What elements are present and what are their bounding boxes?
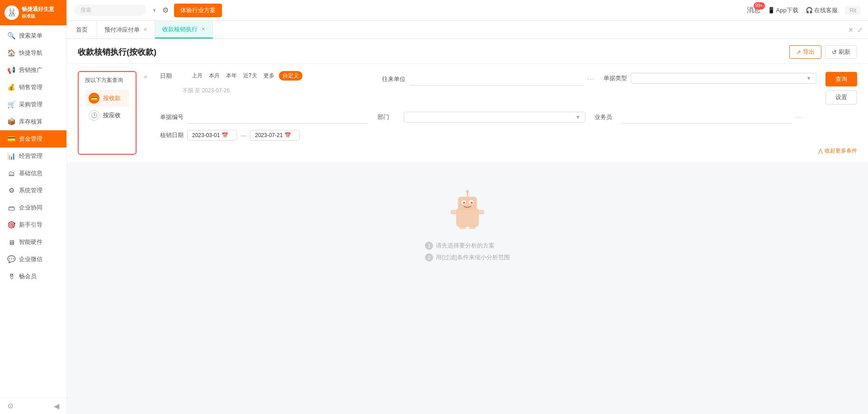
page-actions: ↗ 导出 ↺ 刷新 <box>789 45 857 59</box>
collapse-up-icon: ⋀ <box>818 148 823 154</box>
dept-select[interactable]: ▼ <box>404 112 586 123</box>
page-header: 收款核销执行(按收款) ↗ 导出 ↺ 刷新 <box>67 39 868 64</box>
tab-prepay-close[interactable]: ✕ <box>143 27 147 33</box>
filter-area: 按以下方案查询 💳 按收款 🕐 按应收 « <box>67 64 868 162</box>
svg-rect-8 <box>451 210 458 214</box>
doc-type-chevron: ▼ <box>806 75 811 81</box>
page-content: 收款核销执行(按收款) ↗ 导出 ↺ 刷新 按以下方案查询 💳 按收款 <box>67 39 868 414</box>
tab-collect-close[interactable]: ✕ <box>201 26 205 32</box>
empty-robot-illustration <box>445 189 490 234</box>
sales-icon: 💰 <box>7 83 15 91</box>
industry-btn[interactable]: 体验行业方案 <box>174 4 222 17</box>
doc-no-input[interactable] <box>187 111 368 124</box>
sidebar-item-quick-nav[interactable]: 🏠 快捷导航 <box>0 44 66 62</box>
corp-icon: 🗃 <box>7 204 15 212</box>
collapse-toggle[interactable]: « <box>144 71 153 155</box>
logo-text: 畅捷通好生意 标准版 <box>22 6 54 19</box>
refresh-btn[interactable]: ↺ 刷新 <box>825 45 857 59</box>
message-btn[interactable]: 消息 99+ <box>747 6 760 14</box>
sidebar-item-marketing[interactable]: 📢 营销推广 <box>0 62 66 79</box>
home-icon: 🏠 <box>7 49 15 57</box>
date-this-month[interactable]: 本月 <box>207 71 222 81</box>
sidebar-settings-icon[interactable]: ⚙ <box>7 402 14 410</box>
date-7days[interactable]: 近7天 <box>241 71 259 81</box>
filter-right-panel: 日期 上月 本月 本年 近7天 更多 自定义 不限 <box>160 71 857 155</box>
collapse-more-btn[interactable]: ⋀ 收起更多条件 <box>818 147 857 155</box>
svg-point-7 <box>466 190 469 193</box>
staff-ellipsis[interactable]: ··· <box>796 113 803 121</box>
topbar: 搜索 ▼ ⚙ 体验行业方案 消息 99+ 📱 App下载 🎧 在线客服 Rit <box>67 0 868 21</box>
date-no-limit: 不限 <box>183 87 193 94</box>
hint2-text: 用[过滤]条件来缩小分析范围 <box>436 253 509 262</box>
topbar-chevron-icon[interactable]: ▼ <box>152 8 157 13</box>
marketing-icon: 📢 <box>7 66 15 74</box>
sidebar-item-member[interactable]: 🎖 畅会员 <box>0 268 66 285</box>
system-icon: ⚙ <box>7 186 15 195</box>
sidebar-item-inventory[interactable]: 📦 库存核算 <box>0 113 66 130</box>
tabbar: 首页 预付冲应付单 ✕ 收款核销执行 ✕ ✕ ⤢ <box>67 21 868 39</box>
main-area: 搜索 ▼ ⚙ 体验行业方案 消息 99+ 📱 App下载 🎧 在线客服 Rit <box>67 0 868 414</box>
app-download-btn[interactable]: 📱 App下载 <box>768 6 798 14</box>
funds-icon: 💳 <box>7 135 15 143</box>
dept-label: 部门 <box>377 113 400 121</box>
wechat-icon: 💬 <box>7 255 15 263</box>
tab-prepay[interactable]: 预付冲应付单 ✕ <box>97 21 155 38</box>
filter-option-by-receipt[interactable]: 💳 按收款 <box>85 90 129 107</box>
sidebar-item-search[interactable]: 🔍 搜索菜单 <box>0 27 66 44</box>
user-menu[interactable]: Rit <box>845 6 861 15</box>
sidebar: 🐰 畅捷通好生意 标准版 🔍 搜索菜单 🏠 快捷导航 📢 营销推广 💰 销售管理… <box>0 0 67 414</box>
tab-right-controls: ✕ ⤢ <box>843 21 868 38</box>
member-icon: 🎖 <box>7 273 15 281</box>
staff-label: 业务员 <box>594 113 617 121</box>
export-btn[interactable]: ↗ 导出 <box>789 45 821 59</box>
app-icon: 📱 <box>768 7 775 14</box>
settings-btn[interactable]: 设置 <box>826 90 857 105</box>
purchase-icon: 🛒 <box>7 100 15 109</box>
query-btn[interactable]: 查询 <box>826 72 857 86</box>
basic-info-icon: 🗂 <box>7 170 15 177</box>
date-shortcuts: 上月 本月 本年 近7天 更多 自定义 <box>190 71 302 81</box>
receipt-icon: 💳 <box>89 93 99 104</box>
tab-collect[interactable]: 收款核销执行 ✕ <box>155 21 213 38</box>
query-buttons: 查询 设置 <box>826 71 857 105</box>
svg-rect-10 <box>459 225 466 229</box>
date-more[interactable]: 更多 <box>262 71 276 81</box>
partner-ellipsis[interactable]: ··· <box>587 75 594 83</box>
filter-panel-title: 按以下方案查询 <box>85 76 129 84</box>
online-service-btn[interactable]: 🎧 在线客服 <box>806 6 838 14</box>
svg-rect-0 <box>456 208 479 227</box>
sidebar-item-system[interactable]: ⚙ 系统管理 <box>0 182 66 199</box>
sidebar-item-corp[interactable]: 🗃 企业协同 <box>0 199 66 216</box>
sidebar-item-wechat[interactable]: 💬 企业微信 <box>0 251 66 268</box>
svg-point-4 <box>463 202 465 204</box>
doc-no-label: 单据编号 <box>160 113 184 121</box>
date-to-label: 至 2023-07-26 <box>195 87 230 94</box>
topbar-gear-icon[interactable]: ⚙ <box>162 6 169 14</box>
sidebar-item-funds[interactable]: 💳 资金管理 <box>0 130 66 148</box>
sidebar-nav: 🔍 搜索菜单 🏠 快捷导航 📢 营销推广 💰 销售管理 🛒 采购管理 📦 库存核… <box>0 25 66 398</box>
hardware-icon: 🖥 <box>7 238 15 246</box>
sidebar-item-operations[interactable]: 📊 经营管理 <box>0 148 66 165</box>
dept-chevron: ▼ <box>575 114 580 120</box>
tab-close-all-icon[interactable]: ✕ <box>848 26 854 33</box>
svg-rect-11 <box>469 225 476 229</box>
doc-type-select[interactable]: ▼ <box>631 73 816 84</box>
sidebar-item-guide[interactable]: 🎯 新手引导 <box>0 216 66 233</box>
tab-home[interactable]: 首页 <box>67 21 97 38</box>
date-last-month[interactable]: 上月 <box>190 71 204 81</box>
message-badge: 99+ <box>754 2 765 10</box>
sidebar-collapse-icon[interactable]: ◀ <box>54 402 59 410</box>
tab-fullscreen-icon[interactable]: ⤢ <box>857 26 863 33</box>
sidebar-item-hardware[interactable]: 🖥 智能硬件 <box>0 233 66 251</box>
svg-rect-1 <box>458 197 477 210</box>
verify-date-end[interactable]: 2023-07-21 📅 <box>250 130 300 141</box>
filter-option-by-receivable[interactable]: 🕐 按应收 <box>85 107 129 124</box>
verify-date-start[interactable]: 2023-03-01 📅 <box>187 130 237 141</box>
date-this-year[interactable]: 本年 <box>224 71 239 81</box>
date-custom[interactable]: 自定义 <box>279 71 302 81</box>
empty-state: 1 请先选择要分析的方案 2 用[过滤]条件来缩小分析范围 <box>67 162 868 283</box>
sidebar-item-basic-info[interactable]: 🗂 基础信息 <box>0 165 66 182</box>
sidebar-item-purchase[interactable]: 🛒 采购管理 <box>0 96 66 113</box>
sidebar-item-sales[interactable]: 💰 销售管理 <box>0 79 66 96</box>
verify-date-label: 核销日期 <box>160 131 184 139</box>
